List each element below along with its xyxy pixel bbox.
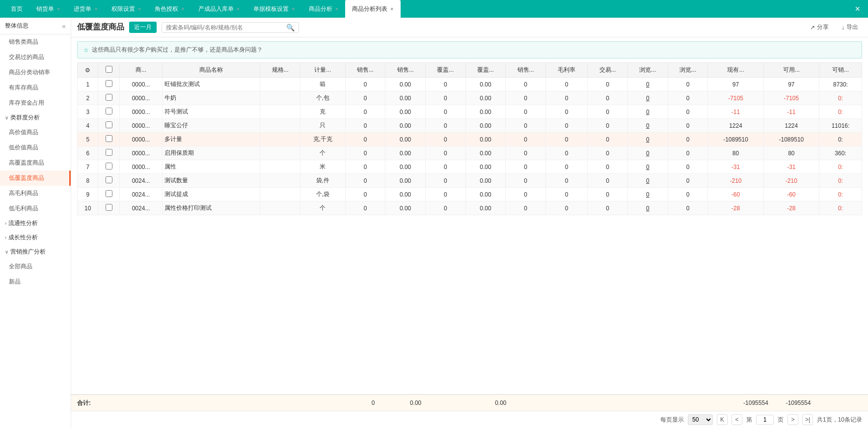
cell-browse1[interactable]: 0: [628, 119, 668, 133]
page-size-select[interactable]: 50 100 200: [688, 414, 713, 425]
cell-gross-rate: 0: [545, 105, 587, 119]
sidebar-item-all-goods[interactable]: 全部商品: [0, 259, 71, 274]
table-row[interactable]: 4 0000... 睡宝公仔 只 0 0.00 0 0.00 0 0 0 0 0…: [78, 119, 862, 133]
cell-checkbox[interactable]: [98, 91, 120, 105]
cell-checkbox[interactable]: [98, 133, 120, 146]
sidebar-section-cluster[interactable]: ∨ 类群度分析: [0, 111, 71, 125]
sidebar-item-high-value[interactable]: 高价值商品: [0, 125, 71, 140]
sidebar-item-low-coverage[interactable]: 低覆盖度商品: [0, 171, 71, 186]
cell-cover2: 0.00: [465, 119, 506, 133]
cell-code: 0000...: [120, 133, 163, 146]
close-icon[interactable]: ×: [94, 6, 97, 12]
cell-cover1: 0: [425, 188, 465, 201]
close-icon[interactable]: ×: [138, 6, 141, 12]
table-row[interactable]: 6 0000... 启用保质期 个 0 0.00 0 0.00 0 0 0 0 …: [78, 146, 862, 160]
select-all-checkbox[interactable]: [106, 66, 112, 73]
sidebar-item-category-sales-rate[interactable]: 商品分类动销率: [0, 65, 71, 80]
close-icon[interactable]: ×: [292, 6, 295, 12]
nav-sales-order[interactable]: 销货单 ×: [29, 0, 67, 18]
sidebar-item-traded-goods[interactable]: 交易过的商品: [0, 50, 71, 65]
sidebar-item-high-profit[interactable]: 高毛利商品: [0, 186, 71, 201]
nav-product-analysis-list[interactable]: 商品分析列表 ×: [345, 0, 400, 18]
cell-checkbox[interactable]: [98, 105, 120, 119]
th-current: 现有...: [708, 63, 763, 78]
nav-permission[interactable]: 权限设置 ×: [105, 0, 148, 18]
cell-checkbox[interactable]: [98, 146, 120, 160]
first-page-button[interactable]: K: [717, 414, 728, 425]
cell-browse1[interactable]: 0: [628, 160, 668, 174]
sidebar-collapse-icon[interactable]: «: [62, 22, 66, 30]
sidebar-section-growth[interactable]: › 成长性分析: [0, 230, 71, 245]
table-row[interactable]: 2 0000... 牛奶 个,包 0 0.00 0 0.00 0 0 0 0 0…: [78, 91, 862, 105]
next-page-button[interactable]: >: [787, 414, 798, 425]
close-icon[interactable]: ×: [335, 6, 338, 12]
prev-page-button[interactable]: <: [732, 414, 742, 425]
cell-gross-rate: 0: [545, 160, 587, 174]
window-close-button[interactable]: ×: [851, 4, 864, 14]
sidebar-header[interactable]: 整体信息 «: [0, 18, 71, 34]
footer-sellable: [819, 399, 862, 407]
search-icon: 🔍: [286, 24, 295, 31]
sidebar-item-low-value[interactable]: 低价值商品: [0, 140, 71, 155]
table-row[interactable]: 9 0024... 测试提成 个,袋 0 0.00 0 0.00 0 0 0 0…: [78, 188, 862, 201]
share-button[interactable]: ↗ 分享: [806, 22, 833, 33]
cell-checkbox[interactable]: [98, 119, 120, 133]
sidebar-item-sales-goods[interactable]: 销售类商品: [0, 34, 71, 50]
nav-home[interactable]: 首页: [4, 0, 29, 18]
export-button[interactable]: ↓ 导出: [838, 22, 862, 33]
cell-browse1[interactable]: 0: [628, 174, 668, 188]
cell-checkbox[interactable]: [98, 174, 120, 188]
table-row[interactable]: 10 0024... 属性价格打印测试 个 0 0.00 0 0.00 0 0 …: [78, 201, 862, 215]
cell-current: -60: [708, 188, 763, 201]
cell-checkbox[interactable]: [98, 188, 120, 201]
cell-cover2: 0.00: [465, 188, 506, 201]
sidebar-item-low-profit[interactable]: 低毛利商品: [0, 201, 71, 216]
nav-role-auth[interactable]: 角色授权 ×: [148, 0, 191, 18]
sidebar-item-in-stock-goods[interactable]: 有库存商品: [0, 80, 71, 95]
table-container[interactable]: ⚙ 商... 商品名称 规格... 计量... 销售... 销售... 覆盖..…: [71, 62, 868, 394]
nav-product-warehouse[interactable]: 产成品入库单 ×: [191, 0, 246, 18]
cell-browse1[interactable]: 0: [628, 105, 668, 119]
cell-browse1[interactable]: 0: [628, 133, 668, 146]
cell-browse1[interactable]: 0: [628, 146, 668, 160]
close-icon[interactable]: ×: [237, 6, 240, 12]
sidebar-item-stock-capital[interactable]: 库存资金占用: [0, 95, 71, 111]
last-page-button[interactable]: >|: [802, 414, 813, 425]
cell-browse1[interactable]: 0: [628, 201, 668, 215]
current-page-input[interactable]: [756, 415, 774, 425]
sidebar-section-circulation[interactable]: › 流通性分析: [0, 216, 71, 230]
table-row[interactable]: 3 0000... 符号测试 克 0 0.00 0 0.00 0 0 0 0 0…: [78, 105, 862, 119]
table-row[interactable]: 8 0024... 测试数量 袋,件 0 0.00 0 0.00 0 0 0 0…: [78, 174, 862, 188]
cell-available: -60: [763, 188, 819, 201]
cell-browse1[interactable]: 0: [628, 78, 668, 91]
sidebar-item-high-coverage[interactable]: 高覆盖度商品: [0, 155, 71, 171]
cell-code: 0000...: [120, 119, 163, 133]
sidebar-section-marketing[interactable]: ∨ 营销推广分析: [0, 245, 71, 259]
cell-cover1: 0: [425, 91, 465, 105]
cell-checkbox[interactable]: [98, 78, 120, 91]
time-filter-button[interactable]: 近一月: [129, 22, 157, 33]
close-icon[interactable]: ×: [390, 6, 393, 12]
cell-current: -28: [708, 201, 763, 215]
table-row[interactable]: 5 0000... 多计量 克,千克 0 0.00 0 0.00 0 0 0 0…: [78, 133, 862, 146]
close-icon[interactable]: ×: [57, 6, 60, 12]
table-row[interactable]: 7 0000... 属性 米 0 0.00 0 0.00 0 0 0 0 0 -…: [78, 160, 862, 174]
search-input[interactable]: [166, 24, 286, 31]
cell-unit: 个,袋: [300, 188, 345, 201]
cell-available: -28: [763, 201, 819, 215]
sidebar-item-new-goods[interactable]: 新品: [0, 274, 71, 289]
cell-browse1[interactable]: 0: [628, 91, 668, 105]
table-row[interactable]: 1 0000... 旺铺批次测试 箱 0 0.00 0 0.00 0 0 0 0…: [78, 78, 862, 91]
th-settings[interactable]: ⚙: [78, 63, 98, 78]
th-coverage1: 覆盖...: [425, 63, 465, 78]
nav-template-setting[interactable]: 单据模板设置 ×: [246, 0, 301, 18]
nav-purchase-order[interactable]: 进货单 ×: [67, 0, 104, 18]
th-checkbox[interactable]: [98, 63, 120, 78]
cell-cover1: 0: [425, 146, 465, 160]
close-icon[interactable]: ×: [181, 6, 184, 12]
cell-browse1[interactable]: 0: [628, 188, 668, 201]
nav-product-analysis[interactable]: 商品分析 ×: [302, 0, 345, 18]
cell-checkbox[interactable]: [98, 160, 120, 174]
cell-sellable: 0:: [819, 133, 862, 146]
cell-checkbox[interactable]: [98, 201, 120, 215]
